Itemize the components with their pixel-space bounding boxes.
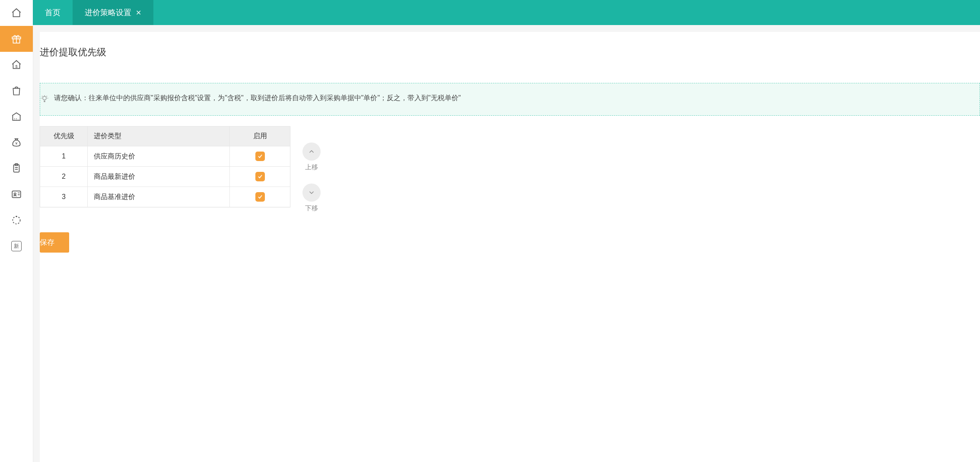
cell-priority: 3 [40,187,88,207]
warehouse-icon [11,111,22,122]
tab-price-strategy[interactable]: 进价策略设置 ✕ [73,0,153,25]
checkbox-checked[interactable] [255,152,265,161]
shopping-bag-icon [11,85,22,96]
contact-card-icon [11,189,22,200]
notice-box: 请您确认：往来单位中的供应商"采购报价含税"设置，为"含税"，取到进价后将自动带… [40,83,980,116]
tab-label: 首页 [45,7,60,18]
move-down-label: 下移 [305,204,318,212]
panel: 进价提取优先级 请您确认：往来单位中的供应商"采购报价含税"设置，为"含税"，取… [40,32,980,462]
nav-gift[interactable] [0,26,33,52]
nav-finance[interactable]: ¥ [0,130,33,155]
cell-enabled [230,187,290,207]
page-title: 进价提取优先级 [40,46,980,71]
cycle-icon [11,215,22,226]
main-area: 首页 进价策略设置 ✕ 进价提取优先级 请您确认：往来单位中的供应商"采购报价含… [33,0,980,462]
notice-text: 请您确认：往来单位中的供应商"采购报价含税"设置，为"含税"，取到进价后将自动带… [54,94,461,103]
move-up-button[interactable] [302,142,321,161]
priority-table: 优先级 进价类型 启用 1 供应商历史价 [40,126,290,207]
money-bag-icon: ¥ [11,137,22,148]
move-up-label: 上移 [305,163,318,171]
tab-home[interactable]: 首页 [33,0,73,25]
svg-point-7 [14,193,16,195]
nav-contacts[interactable] [0,181,33,207]
cell-type: 商品基准进价 [88,187,230,207]
cell-enabled [230,146,290,167]
cell-enabled [230,167,290,187]
svg-rect-6 [12,191,21,197]
table-row[interactable]: 3 商品基准进价 [40,187,290,207]
chevron-up-icon [308,148,315,155]
cell-priority: 1 [40,146,88,167]
clipboard-icon [11,163,22,174]
home-icon [11,7,22,19]
lightbulb-icon [40,95,49,105]
nav-bag[interactable] [0,78,33,104]
tab-label: 进价策略设置 [85,7,131,18]
svg-point-8 [13,216,20,224]
move-controls: 上移 下移 [302,126,321,212]
svg-text:¥: ¥ [15,141,18,146]
nav-clipboard[interactable] [0,155,33,181]
th-enabled: 启用 [230,127,290,146]
side-nav: $ ¥ 新 [0,0,33,462]
svg-point-10 [43,96,46,100]
checkbox-checked[interactable] [255,192,265,202]
move-down-button[interactable] [302,184,321,202]
svg-text:$: $ [15,64,18,69]
cell-type: 供应商历史价 [88,146,230,167]
content-scroll: 进价提取优先级 请您确认：往来单位中的供应商"采购报价含税"设置，为"含税"，取… [33,25,980,462]
checkbox-checked[interactable] [255,172,265,181]
new-badge-icon: 新 [11,241,22,251]
save-button[interactable]: 保存 [40,232,69,253]
cell-type: 商品最新进价 [88,167,230,187]
nav-new[interactable]: 新 [0,233,33,259]
th-type: 进价类型 [88,127,230,146]
nav-home[interactable] [0,0,33,26]
nav-warehouse[interactable] [0,104,33,130]
nav-sales[interactable]: $ [0,52,33,78]
priority-section: 优先级 进价类型 启用 1 供应商历史价 [40,126,980,212]
chevron-down-icon [308,189,315,196]
svg-point-9 [16,216,17,217]
table-row[interactable]: 1 供应商历史价 [40,146,290,167]
cell-priority: 2 [40,167,88,187]
dollar-house-icon: $ [11,59,22,70]
table-row[interactable]: 2 商品最新进价 [40,167,290,187]
close-icon[interactable]: ✕ [136,9,141,17]
th-priority: 优先级 [40,127,88,146]
gift-icon [11,33,22,44]
tab-bar: 首页 进价策略设置 ✕ [33,0,980,25]
nav-cycle[interactable] [0,207,33,233]
